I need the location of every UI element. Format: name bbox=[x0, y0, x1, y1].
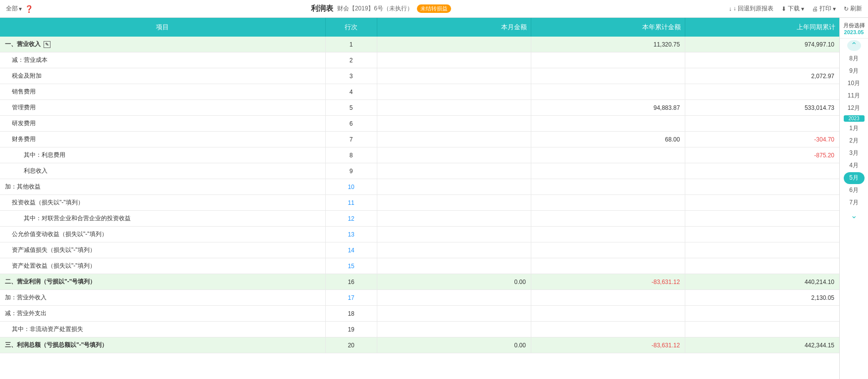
cell-prev bbox=[685, 179, 839, 195]
sidebar-scroll-up[interactable]: ⌃ bbox=[847, 40, 861, 51]
main-content: 项目 行次 本月金额 本年累计金额 上年同期累计 一、营业收入✎111,320.… bbox=[0, 18, 868, 379]
cell-month bbox=[377, 84, 531, 100]
cell-year: -83,631.12 bbox=[531, 274, 685, 290]
cell-year bbox=[531, 242, 685, 258]
cell-item: 三、利润总额（亏损总额以"-"号填列） bbox=[0, 337, 325, 353]
title-area: 利润表 财会【2019】6号（未执行） 未结转损益 bbox=[311, 4, 451, 13]
cell-row-num: 4 bbox=[325, 84, 377, 100]
cell-year: 94,883.87 bbox=[531, 100, 685, 116]
dropdown-icon: ▾ bbox=[19, 5, 22, 12]
cell-row-num: 15 bbox=[325, 258, 377, 274]
help-icon[interactable]: ❓ bbox=[25, 5, 33, 13]
month-item[interactable]: 3月 bbox=[844, 147, 865, 159]
download-icon: ⬇ bbox=[781, 5, 786, 12]
cell-row-num: 17 bbox=[325, 290, 377, 306]
month-item[interactable]: 8月 bbox=[844, 53, 865, 65]
header-row-num: 行次 bbox=[325, 18, 377, 37]
cell-year bbox=[531, 116, 685, 132]
table-row: 管理费用594,883.87533,014.73 bbox=[0, 100, 839, 116]
table-row: 资产减值损失（损失以"-"填列）14 bbox=[0, 242, 839, 258]
cell-row-num: 7 bbox=[325, 132, 377, 147]
table-row: 加：其他收益10 bbox=[0, 179, 839, 195]
cell-year bbox=[531, 163, 685, 179]
cell-row-num: 6 bbox=[325, 116, 377, 132]
print-dropdown-icon: ▾ bbox=[833, 5, 836, 12]
cell-row-num: 16 bbox=[325, 274, 377, 290]
cell-prev: -875.20 bbox=[685, 147, 839, 163]
cell-month bbox=[377, 227, 531, 242]
month-item[interactable]: 7月 bbox=[844, 197, 865, 209]
table-row: 减：营业外支出18 bbox=[0, 306, 839, 322]
table-row: 公允价值变动收益（损失以"-"填列）13 bbox=[0, 227, 839, 242]
cell-month bbox=[377, 290, 531, 306]
cell-item: 其中：非流动资产处置损失 bbox=[0, 322, 325, 337]
cell-year bbox=[531, 68, 685, 84]
cell-month bbox=[377, 195, 531, 211]
print-button[interactable]: 🖨 打印 ▾ bbox=[812, 4, 836, 13]
back-icon: ↓ bbox=[729, 5, 732, 12]
cell-row-num: 2 bbox=[325, 52, 377, 68]
cell-prev bbox=[685, 227, 839, 242]
cell-row-num: 5 bbox=[325, 100, 377, 116]
top-bar: 全部 ▾ ❓ 利润表 财会【2019】6号（未执行） 未结转损益 ↓ ↓ 回退到… bbox=[0, 0, 868, 18]
edit-icon[interactable]: ✎ bbox=[44, 41, 51, 48]
table-row: 财务费用768.00-304.70 bbox=[0, 132, 839, 147]
table-row: 其中：对联营企业和合营企业的投资收益12 bbox=[0, 211, 839, 227]
download-button[interactable]: ⬇ 下载 ▾ bbox=[781, 4, 804, 13]
header-prev: 上年同期累计 bbox=[685, 18, 839, 37]
status-badge: 未结转损益 bbox=[417, 4, 451, 13]
month-item[interactable]: 6月 bbox=[844, 185, 865, 196]
page-title: 利润表 bbox=[311, 4, 333, 13]
back-button[interactable]: ↓ ↓ 回退到原报表 bbox=[729, 4, 773, 13]
cell-item: 其中：对联营企业和合营企业的投资收益 bbox=[0, 211, 325, 227]
cell-item: 减：营业成本 bbox=[0, 52, 325, 68]
cell-prev bbox=[685, 306, 839, 322]
cell-row-num: 20 bbox=[325, 337, 377, 353]
cell-item: 一、营业收入✎ bbox=[0, 37, 325, 52]
month-item[interactable]: 5月 bbox=[844, 172, 865, 184]
profit-table: 项目 行次 本月金额 本年累计金额 上年同期累计 一、营业收入✎111,320.… bbox=[0, 18, 839, 353]
cell-year: 11,320.75 bbox=[531, 37, 685, 52]
cell-item: 公允价值变动收益（损失以"-"填列） bbox=[0, 227, 325, 242]
cell-year bbox=[531, 84, 685, 100]
month-item[interactable]: 12月 bbox=[844, 102, 865, 114]
refresh-button[interactable]: ↻ 刷新 bbox=[844, 4, 862, 13]
refresh-icon: ↻ bbox=[844, 5, 849, 12]
month-item[interactable]: 11月 bbox=[844, 90, 865, 102]
cell-month: 0.00 bbox=[377, 274, 531, 290]
month-item[interactable]: 4月 bbox=[844, 160, 865, 172]
cell-row-num: 9 bbox=[325, 163, 377, 179]
cell-row-num: 13 bbox=[325, 227, 377, 242]
table-row: 研发费用6 bbox=[0, 116, 839, 132]
cell-month bbox=[377, 147, 531, 163]
year-badge: 2023 bbox=[844, 115, 865, 122]
cell-item: 加：营业外收入 bbox=[0, 290, 325, 306]
table-row: 资产处置收益（损失以"-"填列）15 bbox=[0, 258, 839, 274]
cell-prev bbox=[685, 211, 839, 227]
cell-prev bbox=[685, 242, 839, 258]
cell-month bbox=[377, 37, 531, 52]
cell-prev: 2,072.97 bbox=[685, 68, 839, 84]
table-header-row: 项目 行次 本月金额 本年累计金额 上年同期累计 bbox=[0, 18, 839, 37]
cell-year bbox=[531, 211, 685, 227]
cell-prev: 974,997.10 bbox=[685, 37, 839, 52]
table-area: 项目 行次 本月金额 本年累计金额 上年同期累计 一、营业收入✎111,320.… bbox=[0, 18, 839, 379]
cell-month bbox=[377, 116, 531, 132]
header-month: 本月金额 bbox=[377, 18, 531, 37]
month-item[interactable]: 10月 bbox=[844, 78, 865, 90]
month-item[interactable]: 9月 bbox=[844, 65, 865, 77]
cell-prev bbox=[685, 84, 839, 100]
month-item[interactable]: 1月 bbox=[844, 123, 865, 135]
sidebar-title: 月份选择 2023.05 bbox=[840, 20, 868, 39]
sidebar-scroll-down[interactable]: ⌄ bbox=[851, 211, 857, 220]
table-row: 销售费用4 bbox=[0, 84, 839, 100]
cell-row-num: 10 bbox=[325, 179, 377, 195]
cell-prev bbox=[685, 322, 839, 337]
cell-month bbox=[377, 179, 531, 195]
nav-dropdown[interactable]: 全部 ▾ bbox=[6, 4, 22, 13]
table-row: 其中：非流动资产处置损失19 bbox=[0, 322, 839, 337]
cell-month bbox=[377, 211, 531, 227]
month-item[interactable]: 2月 bbox=[844, 135, 865, 147]
cell-prev bbox=[685, 195, 839, 211]
cell-year bbox=[531, 258, 685, 274]
